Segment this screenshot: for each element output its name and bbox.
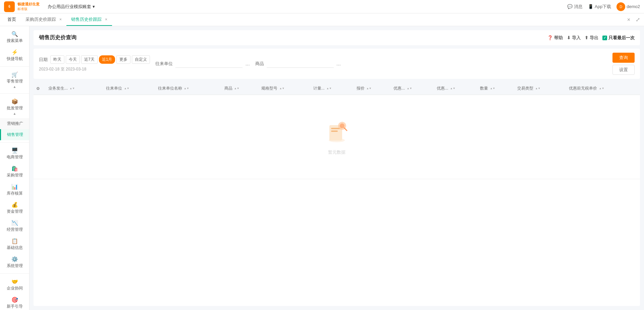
- date-btn-yesterday[interactable]: 昨天: [50, 55, 64, 64]
- mobile-icon: 📱: [588, 4, 593, 9]
- sort-icon: ▲▼: [234, 87, 239, 90]
- sort-icon: ▲▼: [407, 87, 412, 90]
- sidebar-item-search-menu[interactable]: 🔍 搜索菜单: [0, 28, 29, 46]
- table-col-quote[interactable]: 报价 ▲▼: [354, 82, 391, 95]
- date-label: 日期: [39, 57, 48, 63]
- sidebar-item-marketing-label: 营销推广: [7, 121, 23, 126]
- partner-input[interactable]: [175, 60, 243, 68]
- export-button[interactable]: ⬆ 导出: [585, 35, 598, 41]
- sidebar-item-wholesale-label: 批发管理: [7, 105, 23, 111]
- message-button[interactable]: 💬 消息: [567, 4, 583, 10]
- partner-label: 往来单位: [155, 61, 173, 67]
- close-window-button[interactable]: ×: [626, 15, 632, 24]
- sidebar-item-wholesale-mgmt[interactable]: 📦 批发管理 ▲: [0, 96, 29, 118]
- sidebar-item-sys-settings[interactable]: ⚙️ 系统管理: [0, 253, 29, 271]
- gear-icon[interactable]: ⚙: [36, 86, 40, 91]
- query-button[interactable]: 查询: [612, 53, 635, 63]
- inventory-icon: 📊: [11, 184, 18, 190]
- sort-icon: ▲▼: [69, 87, 75, 90]
- empty-illustration: [323, 118, 350, 145]
- sidebar-item-quick-nav[interactable]: ⚡ 快捷导航: [0, 46, 29, 64]
- table-col-qty[interactable]: 数量 ▲▼: [477, 82, 515, 95]
- sidebar-item-marketing[interactable]: 营销推广: [0, 118, 29, 129]
- sidebar-item-finance[interactable]: 💰 资金管理: [0, 199, 29, 217]
- expand-window-button[interactable]: ⤢: [634, 15, 641, 24]
- date-btn-more[interactable]: 更多: [116, 55, 130, 64]
- table-col-partner-code[interactable]: 往来单位 ▲▼: [103, 82, 155, 95]
- page-title-actions: ❓ 帮助 ⬇ 导入 ⬆ 导出 只看最后一次: [547, 35, 635, 41]
- table-col-product[interactable]: 商品 ▲▼: [222, 82, 259, 95]
- avatar: D: [616, 2, 625, 11]
- only-last-checkbox[interactable]: [602, 36, 607, 40]
- only-last-checkbox-area[interactable]: 只看最后一次: [602, 35, 635, 41]
- tab-sales-history[interactable]: 销售历史价跟踪 ×: [66, 13, 112, 26]
- wholesale-icon: 📦: [11, 98, 18, 105]
- sidebar-item-sales-mgmt[interactable]: 销售管理: [0, 129, 29, 140]
- table-col-biz-date[interactable]: 业务发生... ▲▼: [46, 82, 103, 95]
- svg-rect-3: [331, 131, 338, 132]
- finance-icon: 💰: [11, 202, 18, 208]
- sidebar-top-section: 🔍 搜索菜单 ⚡ 快捷导航: [0, 26, 29, 67]
- date-btn-last1m[interactable]: 近1月: [99, 55, 115, 64]
- app-download-label: App下载: [595, 4, 611, 10]
- sidebar-item-sys-label: 系统管理: [7, 263, 23, 269]
- date-btn-today[interactable]: 今天: [66, 55, 80, 64]
- table-col-pretax-price[interactable]: 优惠前无税单价 ▲▼: [566, 82, 640, 95]
- date-buttons: 昨天 今天 近7天 近1月 更多 自定义: [50, 55, 150, 64]
- table-body: 暂元数据: [34, 95, 640, 179]
- app-download-button[interactable]: 📱 App下载: [588, 4, 611, 10]
- table-col-tx-type[interactable]: 交易类型 ▲▼: [515, 82, 566, 95]
- sidebar-item-purchase[interactable]: 🛍️ 采购管理: [0, 163, 29, 181]
- svg-point-5: [340, 123, 344, 128]
- tab-purchase-history[interactable]: 采购历史价跟踪 ×: [21, 13, 66, 26]
- product-dots-button[interactable]: ...: [336, 61, 341, 67]
- page: 销售历史价查询 ❓ 帮助 ⬇ 导入 ⬆ 导出: [30, 26, 644, 310]
- tab-purchase-history-close[interactable]: ×: [59, 17, 62, 22]
- table-col-discount1[interactable]: 优惠... ▲▼: [391, 82, 434, 95]
- help-label: 帮助: [554, 35, 563, 41]
- filter-row: 日期 昨天 今天 近7天 近1月 更多 自定义 2023-02-18 至 202…: [39, 53, 635, 75]
- sidebar-item-sales-label: 销售管理: [7, 132, 23, 138]
- sort-icon: ▲▼: [599, 87, 604, 90]
- retail-icon: 🛒: [11, 71, 18, 78]
- account-selector[interactable]: 办公用品行业模拟账套 ▾: [48, 4, 95, 10]
- sidebar-item-retail-mgmt[interactable]: 🛒 零售管理 ▲: [0, 69, 29, 91]
- product-input[interactable]: [267, 60, 334, 68]
- quick-nav-icon: ⚡: [11, 49, 18, 55]
- sort-icon: ▲▼: [450, 87, 455, 90]
- import-button[interactable]: ⬇ 导入: [567, 35, 581, 41]
- username: demo2: [627, 4, 640, 9]
- coop-icon: 🤝: [11, 278, 18, 285]
- product-filter: 商品 ...: [255, 60, 341, 68]
- sidebar-item-coop-label: 企业协同: [7, 286, 23, 291]
- sidebar-item-ecommerce[interactable]: 🖥️ 电商管理: [0, 145, 29, 163]
- table-col-spec[interactable]: 规格型号 ▲▼: [259, 82, 310, 95]
- tab-home[interactable]: 首页: [3, 13, 21, 26]
- table-col-discount2[interactable]: 优惠... ▲▼: [434, 82, 477, 95]
- date-btn-last7[interactable]: 近7天: [81, 55, 98, 64]
- search-icon: 🔍: [11, 31, 18, 37]
- basic-info-icon: 📋: [11, 238, 18, 244]
- tab-sales-history-close[interactable]: ×: [105, 17, 107, 22]
- table-col-unit[interactable]: 计量... ▲▼: [311, 82, 354, 95]
- help-button[interactable]: ❓ 帮助: [547, 35, 563, 41]
- sidebar-item-inventory-label: 库存核算: [7, 191, 23, 196]
- sidebar-bottom-section: 🤝 企业协同 🎯 新手引导 📱 应用中心 💬 企业微信 👑 畅会员: [0, 274, 29, 310]
- page-title-bar: 销售历史价查询 ❓ 帮助 ⬇ 导入 ⬆ 导出: [34, 30, 640, 45]
- sidebar-item-ops[interactable]: 📉 经营管理: [0, 217, 29, 235]
- svg-line-6: [344, 128, 347, 131]
- message-label: 消息: [574, 4, 583, 10]
- user-menu[interactable]: D demo2: [616, 2, 640, 11]
- sidebar-item-enterprise-coop[interactable]: 🤝 企业协同: [0, 276, 29, 294]
- sidebar-item-new-guide[interactable]: 🎯 新手引导: [0, 294, 29, 310]
- partner-dots-button[interactable]: ...: [245, 61, 250, 67]
- product-label: 商品: [255, 61, 264, 67]
- table-col-partner-name[interactable]: 往来单位名称 ▲▼: [155, 82, 222, 95]
- sidebar-item-basic-info[interactable]: 📋 基础信息: [0, 235, 29, 253]
- sidebar-item-inventory[interactable]: 📊 库存核算: [0, 181, 29, 199]
- date-btn-custom[interactable]: 自定义: [132, 55, 150, 64]
- settings-button[interactable]: 设置: [612, 65, 635, 75]
- wholesale-arrow-icon: ▲: [13, 112, 16, 115]
- sidebar-item-ops-label: 经营管理: [7, 227, 23, 232]
- sidebar-wholesale-section: 📦 批发管理 ▲ 营销推广 销售管理: [0, 94, 29, 143]
